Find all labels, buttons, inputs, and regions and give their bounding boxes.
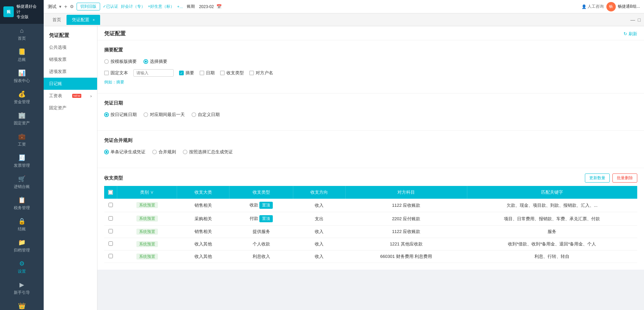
reset-button-0[interactable]: 置顶 (259, 202, 273, 209)
left-nav-item-fixed-assets[interactable]: 固定资产 (44, 102, 97, 114)
row-type-0: 收款 置顶 (229, 199, 293, 212)
calendar-icon[interactable]: 📅 (216, 4, 222, 9)
radio-journal-date-circle (104, 112, 109, 117)
refresh-button[interactable]: ↻ 刷新 (624, 31, 637, 37)
row-check-1[interactable] (109, 216, 113, 221)
sidebar-label-settings: 设置 (18, 269, 26, 274)
row-account-1: 2202 应付账款 (345, 212, 467, 226)
maximize-button[interactable]: □ (638, 17, 641, 23)
sidebar-item-member[interactable]: 👑 畅会员 (0, 299, 44, 310)
sidebar-item-home[interactable]: ⌂ 首页 (0, 24, 44, 45)
row-keywords-3: 收到*借款、收到*备用金、退回*备用金、个人 (467, 238, 637, 250)
left-nav-item-sales-invoice[interactable]: 销项发票 (44, 53, 97, 66)
period-value: 2023-02 (199, 4, 214, 9)
assets-icon: 🏢 (18, 112, 26, 119)
sidebar-item-guide[interactable]: ▶ 新手引导 (0, 278, 44, 299)
sidebar-label-funds: 资金管理 (14, 99, 30, 105)
sidebar-item-reports[interactable]: 📊 报表中心 (0, 66, 44, 87)
tab-home[interactable]: 首页 (47, 15, 67, 25)
add-button[interactable]: + (64, 4, 67, 10)
row-keywords-4: 利息、行转、转自 (467, 250, 637, 263)
row-checkbox-0[interactable] (104, 199, 117, 212)
left-nav-item-public[interactable]: 公共选项 (44, 41, 97, 53)
radio-merge[interactable]: 合并规则 (152, 149, 176, 155)
sidebar-item-salary[interactable]: 💼 工资 (0, 129, 44, 151)
select-all-checkbox[interactable] (109, 190, 113, 194)
tag-good-business: +好生意（标） (148, 4, 174, 9)
row-check-3[interactable] (109, 241, 113, 246)
row-type-1: 付款 置顶 (229, 212, 293, 226)
sidebar-item-settings[interactable]: ⚙ 设置 (0, 257, 44, 278)
radio-select[interactable]: 选择摘要 (143, 59, 167, 65)
row-keywords-0: 欠款、现金、项目款、到款、报销款、汇入、... (467, 199, 637, 212)
tag-good-accounting: 好会计（专） (121, 4, 145, 9)
row-check-0[interactable] (109, 203, 113, 207)
radio-custom-date[interactable]: 自定义日期 (191, 112, 220, 118)
sidebar-item-funds[interactable]: 💰 资金管理 (0, 87, 44, 108)
row-category-4: 系统预置 (117, 250, 177, 263)
sidebar-item-archive[interactable]: 📁 归档管理 (0, 235, 44, 257)
row-checkbox-2[interactable] (104, 226, 117, 238)
company-dropdown[interactable]: ▾ (59, 4, 61, 9)
member-icon: 👑 (18, 302, 26, 310)
help-button[interactable]: 👤 人工咨询 (582, 4, 604, 9)
sidebar-item-close[interactable]: 🔒 结账 (0, 214, 44, 235)
content-header: 凭证配置 ↻ 刷新 (97, 26, 644, 40)
sidebar-label-ledger: 总账 (18, 57, 26, 63)
row-major-3: 收入其他 (177, 238, 229, 250)
radio-single[interactable]: 单条记录生成凭证 (104, 149, 145, 155)
row-checkbox-3[interactable] (104, 238, 117, 250)
th-select-all[interactable] (104, 186, 117, 199)
row-type-3: 个人收款 (229, 238, 293, 250)
radio-period-last[interactable]: 对应期间最后一天 (143, 112, 185, 118)
sidebar-item-ledger[interactable]: 📒 总账 (0, 45, 44, 66)
row-check-2[interactable] (109, 229, 113, 233)
row-check-4[interactable] (109, 254, 113, 258)
minimize-button[interactable]: — (631, 17, 635, 23)
tab-voucher-config[interactable]: 凭证配置 × (67, 15, 100, 25)
main-content: 凭证配置 ↻ 刷新 摘要配置 按模板版摘要 (97, 26, 644, 310)
merge-rule-title: 凭证合并规则 (104, 138, 637, 144)
sidebar-item-purchase[interactable]: 🛒 进销台账 (0, 172, 44, 193)
left-nav-item-journal[interactable]: 日记账 (44, 78, 97, 90)
table-row: 系统预置 销售相关 收款 置顶 收入 1122 应收账款 欠款、现金、项目款、到… (104, 199, 637, 212)
checkbox-fixed-text-box (104, 71, 109, 75)
left-navigation: 凭证配置 公共选项销项发票进项发票日记账工资表NEW›固定资产 (44, 26, 97, 310)
reset-button-1[interactable]: 置顶 (259, 215, 273, 222)
switch-version-button[interactable]: 切到旧版 (77, 3, 100, 10)
checkbox-fixed-text[interactable]: 固定文本 (104, 70, 128, 76)
sidebar-label-guide: 新手引导 (14, 290, 30, 296)
row-major-1: 采购相关 (177, 212, 229, 226)
update-button[interactable]: 更新数量 (585, 173, 610, 183)
tabbar-controls: — □ (631, 17, 644, 23)
row-category-2: 系统预置 (117, 226, 177, 238)
batch-delete-button[interactable]: 批量删除 (612, 173, 637, 183)
checkbox-date-box (200, 71, 204, 75)
checkbox-counterpart[interactable]: 对方户名 (249, 70, 273, 76)
checkbox-date[interactable]: 日期 (200, 70, 215, 76)
sidebar-label-tax: 税务管理 (14, 205, 30, 211)
tab-close-icon[interactable]: × (93, 18, 95, 22)
close-icon: 🔒 (18, 218, 26, 225)
left-nav-item-purchase-invoice[interactable]: 进项发票 (44, 66, 97, 78)
row-major-0: 销售相关 (177, 199, 229, 212)
checkbox-summary[interactable]: ✓ 摘要 (179, 70, 194, 76)
guide-icon: ▶ (19, 281, 24, 288)
radio-template[interactable]: 按模板版摘要 (104, 59, 137, 65)
merge-rule-radio-group: 单条记录生成凭证 合并规则 按照选择汇总生成凭证 (104, 149, 637, 155)
left-nav-item-payroll[interactable]: 工资表NEW› (44, 90, 97, 102)
fixed-text-input[interactable] (133, 69, 174, 77)
row-direction-2: 收入 (293, 226, 345, 238)
sidebar-item-invoice[interactable]: 🧾 发票管理 (0, 151, 44, 172)
checkbox-income-type[interactable]: 收支类型 (220, 70, 244, 76)
radio-journal-date[interactable]: 按日记账日期 (104, 112, 137, 118)
radio-merge-circle (152, 150, 157, 154)
row-checkbox-1[interactable] (104, 212, 117, 226)
topbar-settings-icon[interactable]: ⚙ (70, 4, 74, 9)
row-checkbox-4[interactable] (104, 250, 117, 263)
sidebar-item-tax[interactable]: 📋 税务管理 (0, 193, 44, 214)
sidebar-item-assets[interactable]: 🏢 固定资产 (0, 108, 44, 129)
radio-summary-gen[interactable]: 按照选择汇总生成凭证 (183, 149, 233, 155)
checkbox-income-type-box (220, 71, 225, 75)
user-menu[interactable]: 畅 畅捷通B组... (606, 2, 640, 11)
